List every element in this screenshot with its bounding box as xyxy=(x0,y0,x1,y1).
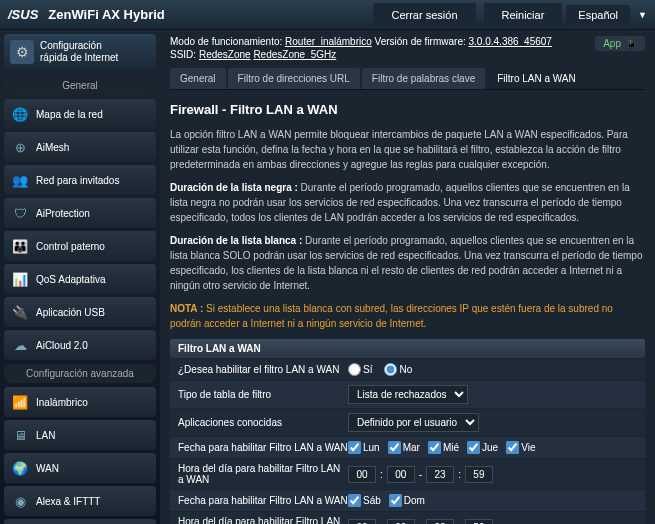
page-title: Firewall - Filtro LAN a WAN xyxy=(170,102,645,117)
main-content: App📱 Modo de funcionamiento: Router_inal… xyxy=(160,30,655,524)
phone-icon: 📱 xyxy=(625,38,637,49)
nav-parental[interactable]: 👪Control paterno xyxy=(4,231,156,261)
globe-icon: 🌐 xyxy=(10,104,30,124)
time2-h[interactable] xyxy=(348,519,376,525)
usb-icon: 🔌 xyxy=(10,302,30,322)
tab-url-filter[interactable]: Filtro de direcciones URL xyxy=(228,68,360,89)
section-general: General xyxy=(4,76,156,95)
tab-general[interactable]: General xyxy=(170,68,226,89)
quick-setup-icon: ⚙ xyxy=(10,40,34,64)
ssid1-link[interactable]: RedesZone xyxy=(199,49,251,60)
day-fri[interactable] xyxy=(506,441,519,454)
nav-network-map[interactable]: 🌐Mapa de la red xyxy=(4,99,156,129)
cloud-icon: ☁ xyxy=(10,335,30,355)
lan-icon: 🖥 xyxy=(10,425,30,445)
nav-qos[interactable]: 📊QoS Adaptativa xyxy=(4,264,156,294)
reboot-button[interactable]: Reiniciar xyxy=(484,3,563,27)
day-wed[interactable] xyxy=(428,441,441,454)
enable-no-radio[interactable] xyxy=(384,363,397,376)
sidebar: ⚙ Configuraciónrápida de Internet Genera… xyxy=(0,30,160,524)
day-sat[interactable] xyxy=(348,494,361,507)
wan-icon: 🌍 xyxy=(10,458,30,478)
logout-button[interactable]: Cerrar sesión xyxy=(373,3,475,27)
mesh-icon: ⊕ xyxy=(10,137,30,157)
filter-panel-header: Filtro LAN a WAN xyxy=(170,339,645,358)
filter-type-select[interactable]: Lista de rechazados xyxy=(348,385,468,404)
nav-ipv6[interactable]: ⬢IPv6 xyxy=(4,519,156,524)
day-tue[interactable] xyxy=(388,441,401,454)
family-icon: 👪 xyxy=(10,236,30,256)
time1-h2[interactable] xyxy=(426,466,454,483)
day-sun[interactable] xyxy=(389,494,402,507)
users-icon: 👥 xyxy=(10,170,30,190)
time1-m[interactable] xyxy=(387,466,415,483)
ssid2-link[interactable]: RedesZone_5GHz xyxy=(253,49,336,60)
nav-guest[interactable]: 👥Red para invitados xyxy=(4,165,156,195)
model-name: ZenWiFi AX Hybrid xyxy=(48,7,164,22)
lang-arrow-icon: ▼ xyxy=(638,10,647,20)
shield-icon: 🛡 xyxy=(10,203,30,223)
time1-m2[interactable] xyxy=(465,466,493,483)
app-badge[interactable]: App📱 xyxy=(595,36,645,51)
desc-blacklist: Duración de la lista negra : Durante el … xyxy=(170,180,645,225)
time2-m[interactable] xyxy=(387,519,415,525)
day-mon[interactable] xyxy=(348,441,361,454)
nav-wireless[interactable]: 📶Inalámbrico xyxy=(4,387,156,417)
tab-keyword-filter[interactable]: Filtro de palabras clave xyxy=(362,68,485,89)
time2-m2[interactable] xyxy=(465,519,493,525)
tab-lan-wan-filter[interactable]: Filtro LAN a WAN xyxy=(487,68,586,89)
alexa-icon: ◉ xyxy=(10,491,30,511)
wifi-icon: 📶 xyxy=(10,392,30,412)
section-advanced: Configuración avanzada xyxy=(4,364,156,383)
nav-aicloud[interactable]: ☁AiCloud 2.0 xyxy=(4,330,156,360)
time2-h2[interactable] xyxy=(426,519,454,525)
nav-usb[interactable]: 🔌Aplicación USB xyxy=(4,297,156,327)
brand-logo: /SUS xyxy=(8,7,38,22)
day-thu[interactable] xyxy=(467,441,480,454)
nav-aiprotection[interactable]: 🛡AiProtection xyxy=(4,198,156,228)
known-apps-select[interactable]: Definido por el usuario xyxy=(348,413,479,432)
desc-intro: La opción filtro LAN a WAN permite bloqu… xyxy=(170,127,645,172)
enable-yes-radio[interactable] xyxy=(348,363,361,376)
language-selector[interactable]: Español xyxy=(566,5,630,25)
nav-lan[interactable]: 🖥LAN xyxy=(4,420,156,450)
nav-alexa[interactable]: ◉Alexa & IFTTT xyxy=(4,486,156,516)
time1-h[interactable] xyxy=(348,466,376,483)
desc-whitelist: Duración de la lista blanca : Durante el… xyxy=(170,233,645,293)
gauge-icon: 📊 xyxy=(10,269,30,289)
note-text: NOTA : Si establece una lista blanca con… xyxy=(170,301,645,331)
quick-setup-button[interactable]: ⚙ Configuraciónrápida de Internet xyxy=(4,34,156,70)
nav-aimesh[interactable]: ⊕AiMesh xyxy=(4,132,156,162)
mode-link[interactable]: Router_inalámbrico xyxy=(285,36,372,47)
nav-wan[interactable]: 🌍WAN xyxy=(4,453,156,483)
firmware-link[interactable]: 3.0.0.4.386_45607 xyxy=(469,36,552,47)
